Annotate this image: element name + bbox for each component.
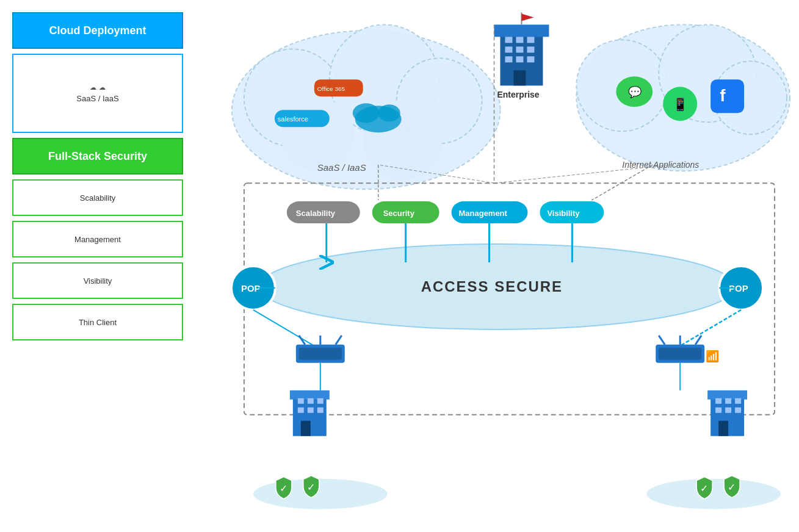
pill-management-label: Management (459, 209, 508, 218)
svg-rect-61 (659, 348, 701, 360)
svg-rect-21 (505, 56, 512, 62)
svg-rect-85 (735, 408, 741, 413)
svg-rect-80 (715, 398, 721, 404)
svg-rect-19 (516, 46, 523, 52)
router-right: 📶 (656, 336, 720, 363)
svg-text:salesforce: salesforce (278, 115, 308, 123)
sidebar-saas-label: SaaS / IaaS (76, 94, 118, 103)
building-left (290, 390, 330, 436)
pop-left-label: POP (241, 283, 261, 293)
svg-rect-22 (516, 56, 523, 62)
sidebar-item-fullstack[interactable]: Full-Stack Security (12, 138, 183, 174)
svg-rect-56 (299, 348, 342, 360)
pill-scalability-label: Scalability (296, 209, 336, 218)
svg-point-86 (253, 479, 388, 509)
svg-rect-72 (308, 398, 314, 404)
svg-point-87 (646, 479, 781, 509)
svg-point-12 (378, 104, 400, 121)
diagram-svg: Office 365 salesforce SaaS / IaaS (195, 0, 799, 532)
svg-line-62 (659, 336, 665, 345)
svg-rect-14 (494, 24, 549, 37)
svg-text:✓: ✓ (728, 482, 736, 492)
svg-text:f: f (720, 86, 726, 105)
svg-line-53 (253, 310, 317, 348)
svg-rect-20 (527, 46, 534, 52)
sidebar-item-management[interactable]: Management (12, 221, 183, 257)
sidebar-fullstack-label: Full-Stack Security (48, 150, 147, 163)
svg-rect-16 (516, 37, 523, 43)
svg-rect-70 (301, 421, 311, 436)
sidebar-item-scalability[interactable]: Scalability (12, 179, 183, 216)
svg-rect-71 (298, 398, 304, 404)
building-right (707, 390, 747, 436)
svg-text:💬: 💬 (628, 85, 642, 99)
enterprise-label: Enterprise (497, 90, 540, 99)
sidebar-thinclient-label: Thin Client (79, 318, 117, 327)
cloud-left-group: Office 365 salesforce SaaS / IaaS (232, 24, 501, 189)
svg-rect-35 (710, 79, 744, 113)
svg-text:✓: ✓ (700, 483, 708, 494)
enterprise-group: Enterprise (494, 12, 549, 99)
cloud-right-group: 💬 📱 f Internet Applications (576, 24, 790, 171)
svg-rect-74 (298, 408, 304, 413)
svg-rect-73 (317, 398, 324, 404)
sidebar-scalability-label: Scalability (80, 193, 116, 203)
svg-rect-81 (725, 398, 731, 404)
sidebar-item-visibility[interactable]: Visibility (12, 262, 183, 299)
svg-rect-75 (308, 408, 314, 413)
pill-visibility-label: Visibility (547, 209, 580, 218)
svg-point-11 (353, 103, 380, 123)
svg-rect-83 (715, 408, 721, 413)
svg-text:📱: 📱 (673, 97, 688, 112)
cloud-right-label: Internet Applications (622, 160, 699, 170)
cloud-left-label: SaaS / IaaS (317, 162, 366, 173)
svg-rect-79 (718, 421, 728, 436)
svg-text:📶: 📶 (706, 350, 720, 363)
svg-line-59 (336, 336, 342, 345)
svg-text:Office 365: Office 365 (317, 85, 345, 92)
svg-rect-84 (725, 408, 731, 413)
sidebar-cloud-deployment-label: Cloud Deployment (49, 24, 146, 37)
access-secure-text: ACCESS SECURE (421, 278, 563, 295)
svg-rect-17 (527, 37, 534, 43)
svg-line-54 (677, 310, 741, 348)
sidebar-visibility-label: Visibility (84, 276, 112, 286)
svg-marker-26 (521, 13, 533, 21)
svg-text:✓: ✓ (280, 483, 287, 494)
diagram-area: Office 365 salesforce SaaS / IaaS (195, 0, 799, 532)
svg-rect-78 (707, 390, 747, 400)
sidebar-item-cloud-deployment[interactable]: Cloud Deployment (12, 12, 183, 49)
svg-point-4 (281, 98, 354, 171)
svg-rect-18 (505, 46, 512, 52)
sidebar: Cloud Deployment ☁ ☁ SaaS / IaaS Full-St… (0, 0, 195, 532)
svg-rect-15 (505, 37, 512, 43)
sidebar-item-saas[interactable]: ☁ ☁ SaaS / IaaS (12, 54, 183, 133)
sidebar-management-label: Management (74, 235, 121, 244)
svg-rect-69 (290, 390, 330, 400)
sidebar-item-thinclient[interactable]: Thin Client (12, 304, 183, 340)
sidebar-saas-icon: ☁ ☁ (90, 84, 105, 92)
svg-rect-82 (735, 398, 741, 404)
svg-rect-24 (513, 70, 526, 85)
svg-rect-23 (527, 56, 534, 62)
svg-text:✓: ✓ (307, 482, 315, 492)
pill-security-label: Security (383, 209, 415, 218)
svg-rect-76 (317, 408, 324, 413)
